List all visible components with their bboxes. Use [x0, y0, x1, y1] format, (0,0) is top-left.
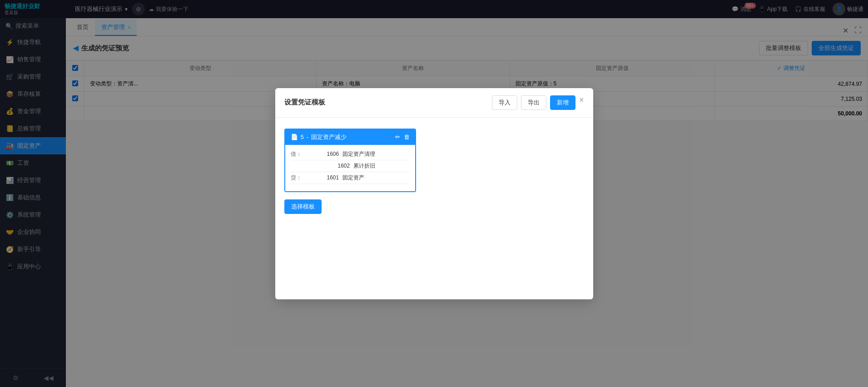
modal-header: 设置凭证模板 导入 导出 新增 × [275, 88, 593, 118]
template-name-separator: - [307, 134, 308, 140]
import-btn[interactable]: 导入 [492, 95, 517, 110]
select-template-container: 选择模板 [284, 199, 584, 214]
template-row-code-2: 1601 [327, 174, 339, 181]
template-row-1: 1602 累计折旧 [291, 160, 410, 172]
template-row-3 [291, 184, 410, 188]
template-header-actions: ✏ 🗑 [395, 134, 410, 140]
template-row-type-2: 贷： [291, 174, 327, 182]
template-row-0: 借： 1606 固定资产清理 [291, 149, 410, 160]
template-row-type-0: 借： [291, 150, 327, 158]
template-doc-icon: 📄 [291, 134, 298, 140]
modal-close-btn[interactable]: × [579, 95, 584, 110]
modal-title: 设置凭证模板 [284, 98, 325, 107]
select-template-btn[interactable]: 选择模板 [284, 199, 322, 214]
modal-header-actions: 导入 导出 新增 × [492, 95, 584, 110]
template-name: 固定资产减少 [311, 133, 347, 141]
modal-body: 📄 5 - 固定资产减少 ✏ 🗑 借： 1606 固定资产清理 [275, 118, 593, 299]
edit-template-icon[interactable]: ✏ [395, 134, 400, 140]
new-template-btn[interactable]: 新增 [550, 95, 575, 110]
template-row-account-0: 固定资产清理 [342, 150, 375, 158]
template-header-left: 📄 5 - 固定资产减少 [291, 133, 347, 141]
template-card-header: 📄 5 - 固定资产减少 ✏ 🗑 [285, 129, 415, 145]
template-row-account-2: 固定资产 [342, 174, 364, 182]
template-body: 借： 1606 固定资产清理 1602 累计折旧 贷： 1601 固定资产 [285, 145, 415, 191]
template-row-code-1: 1602 [327, 163, 350, 169]
template-row-2: 贷： 1601 固定资产 [291, 172, 410, 184]
template-row-account-1: 累计折旧 [353, 162, 375, 170]
template-row-code-0: 1606 [327, 151, 339, 157]
delete-template-icon[interactable]: 🗑 [404, 134, 410, 140]
voucher-template-modal: 设置凭证模板 导入 导出 新增 × 📄 5 - 固定资产减少 [275, 88, 593, 299]
modal-overlay[interactable]: 设置凭证模板 导入 导出 新增 × 📄 5 - 固定资产减少 [0, 0, 868, 387]
template-card: 📄 5 - 固定资产减少 ✏ 🗑 借： 1606 固定资产清理 [284, 129, 416, 192]
export-btn[interactable]: 导出 [521, 95, 546, 110]
template-id: 5 [301, 134, 304, 140]
